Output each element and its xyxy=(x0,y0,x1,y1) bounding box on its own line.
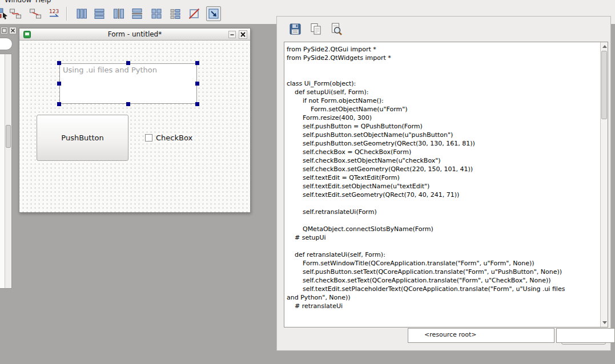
code-view[interactable]: from PySide2.QtGui import * from PySide2… xyxy=(284,42,608,327)
form-editor-window: Form - untitled* Using .ui files and Pyt… xyxy=(19,28,251,213)
toolbar-button-edit-tab-order[interactable]: 123 xyxy=(47,6,62,21)
selection-handle[interactable] xyxy=(195,61,199,65)
form-title: Form - untitled* xyxy=(19,30,250,38)
pushbutton-widget[interactable]: PushButton xyxy=(37,115,128,161)
arrow-up-icon xyxy=(602,45,607,48)
toolbar-button-edit-buddies[interactable] xyxy=(28,6,43,21)
checkbox-widget[interactable]: CheckBox xyxy=(145,126,203,149)
scroll-up-button[interactable] xyxy=(601,42,608,51)
toolbar-button-lay-out-vertically-in-splitter[interactable] xyxy=(130,6,144,21)
toolbar-button-lay-out-in-form-layout[interactable] xyxy=(168,6,183,21)
menu-item-window[interactable]: Window xyxy=(5,0,31,4)
code-preview-dialog: from PySide2.QtGui import * from PySide2… xyxy=(276,16,611,351)
lay-out-vertically-icon xyxy=(93,7,106,20)
pushbutton-label: PushButton xyxy=(61,134,103,142)
edit-tab-order-icon: 123 xyxy=(48,7,61,20)
toolbar-button-lay-out-vertically[interactable] xyxy=(92,6,107,21)
minimize-icon xyxy=(230,32,235,37)
minimize-button[interactable] xyxy=(228,31,236,38)
menubar: Window Help xyxy=(0,0,615,5)
close-icon xyxy=(10,28,15,33)
checkbox-indicator[interactable] xyxy=(145,134,152,141)
scroll-down-button[interactable] xyxy=(601,318,608,327)
toolbar-button-break-layout[interactable] xyxy=(187,6,202,21)
form-canvas[interactable]: Using .ui files and Python PushButton Ch… xyxy=(19,41,250,212)
code-scrollbar[interactable] xyxy=(600,42,608,327)
widget-filter-input[interactable] xyxy=(0,38,13,50)
find-button[interactable] xyxy=(328,21,344,37)
arrow-down-icon xyxy=(602,321,607,324)
dock-float-button[interactable] xyxy=(1,27,8,34)
edit-signals-slots-icon xyxy=(9,7,22,20)
find-icon xyxy=(329,22,343,36)
lay-out-horizontally-in-splitter-icon xyxy=(112,7,125,20)
lay-out-vertically-in-splitter-icon xyxy=(131,7,143,20)
resource-browser-panel[interactable]: <resource root> xyxy=(408,328,554,343)
selection-handle[interactable] xyxy=(57,102,61,106)
textedit-placeholder: Using .ui files and Python xyxy=(60,64,196,76)
checkbox-label: CheckBox xyxy=(156,134,192,142)
dock-close-button[interactable] xyxy=(9,27,17,34)
form-titlebar[interactable]: Form - untitled* xyxy=(19,29,250,41)
lay-out-in-grid-icon xyxy=(150,7,163,20)
toolbar-button-adjust-size[interactable] xyxy=(206,6,221,21)
adjust-size-icon xyxy=(207,7,220,20)
selection-handle[interactable] xyxy=(126,102,130,106)
form-window-icon xyxy=(23,31,31,38)
tab-order-digits: 123 xyxy=(49,9,59,14)
window-close-button[interactable] xyxy=(239,30,247,39)
copy-icon xyxy=(309,22,323,36)
menu-item-help[interactable]: Help xyxy=(35,0,51,4)
selection-handle[interactable] xyxy=(195,102,199,106)
lay-out-horizontally-icon xyxy=(75,7,88,20)
toolbar-button-lay-out-horizontally[interactable] xyxy=(74,6,89,21)
close-icon xyxy=(240,31,246,38)
scroll-thumb[interactable] xyxy=(601,51,607,119)
textedit-widget[interactable]: Using .ui files and Python xyxy=(59,63,197,104)
resource-root-item[interactable]: <resource root> xyxy=(424,331,477,338)
lay-out-in-form-layout-icon xyxy=(169,7,182,20)
widget-box-scroll-thumb[interactable] xyxy=(6,125,11,148)
break-layout-icon xyxy=(188,7,200,20)
selection-handle[interactable] xyxy=(126,61,130,65)
toolbar-button-lay-out-in-grid[interactable] xyxy=(149,6,164,21)
selection-handle[interactable] xyxy=(57,82,61,86)
toolbar-button-edit-signals-slots[interactable] xyxy=(8,6,23,21)
float-icon xyxy=(2,28,7,33)
widget-box-panel xyxy=(0,54,12,289)
copy-button[interactable] xyxy=(308,21,324,37)
code-text: from PySide2.QtGui import * from PySide2… xyxy=(284,42,600,327)
save-button[interactable] xyxy=(287,21,303,37)
edit-buddies-icon xyxy=(29,7,42,20)
resource-browser-secondary-panel[interactable] xyxy=(556,328,615,343)
toolbar-button-lay-out-horizontally-in-splitter[interactable] xyxy=(111,6,126,21)
save-icon xyxy=(288,22,302,36)
qt-designer-window: Window Help 1 xyxy=(0,0,615,364)
selection-handle[interactable] xyxy=(195,82,199,86)
toolbar-separator xyxy=(66,7,67,21)
widget-box-scrollbar[interactable] xyxy=(5,54,11,288)
selection-handle[interactable] xyxy=(57,61,61,65)
